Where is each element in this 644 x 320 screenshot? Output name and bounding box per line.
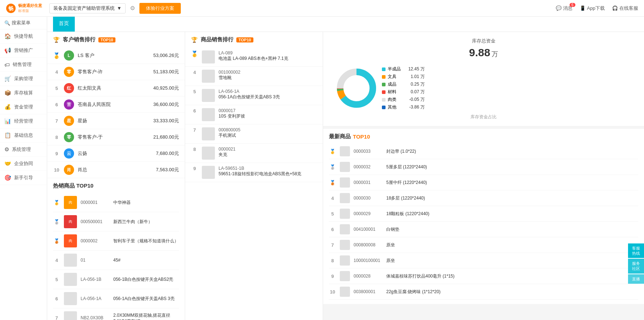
sidebar-item-system[interactable]: ⚙ 系统管理 (0, 143, 47, 157)
table-row: 5 红 红太阳文具 40,925.00元 (47, 80, 185, 97)
rank-number: 7 (53, 315, 60, 320)
rank-number: 6 (53, 296, 60, 301)
product-image (64, 292, 77, 305)
list-item: 🥉 肉 0000002 智利车子里（规格不知道填什么） (53, 231, 179, 251)
customer-name: 红太阳文具 (78, 85, 150, 91)
settings-icon[interactable]: ⚙ (130, 5, 135, 12)
avatar: 肖 (64, 165, 74, 175)
chart-legend: 半成品 12.45 万 文具 1.01 万 成品 0 (382, 66, 425, 110)
new-products-title: 最新商品 TOP10 (329, 133, 638, 140)
product-code: 0000021 (219, 147, 317, 152)
rank-number: 7 (329, 242, 336, 248)
sidebar-item-home[interactable]: 🏠 快捷导航 (0, 29, 47, 44)
product-image (340, 240, 350, 250)
product-name: 22g鱼豆腐·烧烤味 (1*12*20) (386, 289, 638, 295)
legend-color (382, 75, 386, 79)
legend-label: 材料 (388, 89, 396, 95)
search-label: 搜索菜单 (12, 20, 30, 26)
product-name: 59651-1B旋转投影灯电池盒ABS黑色+58克 (219, 171, 317, 177)
sidebar-item-sales[interactable]: 🏷 销售管理 (0, 58, 47, 72)
product-top10-badge: TOP10 (236, 37, 253, 42)
sidebar-item-label-9: 企业协同 (14, 160, 33, 167)
product-info: 0000021 夹克 (219, 147, 317, 158)
app-download-item[interactable]: 📱 App下载 (580, 5, 605, 12)
customer-amount: 7,563.00元 (156, 167, 179, 173)
main-content: 首页 🏆 客户销售排行 TOP10 🥇 L LS 客户 53,006.26元 (47, 17, 644, 320)
product-name: 10S 变利罗彼 (219, 113, 317, 119)
product-code: 0000028 (354, 274, 383, 279)
system-selector[interactable]: 装备及固定资产辅助管理系统 ▼ (49, 3, 126, 13)
svg-text:畅: 畅 (8, 5, 13, 11)
message-item[interactable]: 💬 消息 6 (556, 5, 572, 12)
product-ranking-title: 🏆 商品销售排行 TOP10 (185, 32, 323, 48)
service-community-button[interactable]: 服务社区 (628, 259, 644, 274)
sidebar-item-inventory[interactable]: 📦 库存核算 (0, 86, 47, 100)
sidebar-item-label-2: 销售管理 (13, 61, 32, 68)
chevron-down-icon: ▼ (117, 5, 122, 11)
legend-item: 半成品 12.45 万 (382, 66, 425, 72)
rank-number: 6 (329, 227, 336, 232)
product-info: LA-089 电池盖 LA-089 ABS本色+黑种 7.1克 (219, 50, 317, 62)
product-image: 肉 (64, 196, 77, 209)
product-code: 003800001 (354, 289, 383, 294)
rank-number: 4 (329, 196, 336, 201)
product-code: 0000032 (354, 164, 383, 169)
list-item: 🥇 LA-089 电池盖 LA-089 ABS本色+黑种 7.1克 (185, 48, 323, 67)
product-name: 45# (113, 258, 179, 263)
product-code: 004100001 (354, 227, 383, 232)
trial-button[interactable]: 体验行业方案 (139, 3, 181, 14)
customer-hotline-button[interactable]: 客服热线 (628, 243, 644, 258)
hot-products-section: 热销商品 TOP10 🥇 肉 0000001 中华神器 🥈 肉 (47, 178, 185, 320)
headset-icon: 🎧 (612, 5, 618, 11)
customer-amount: 36,600.00元 (153, 101, 179, 108)
list-item: 6 LA-056-1A 056-1A白色按键开关盖ABS 3壳 (53, 289, 179, 308)
product-image (340, 287, 350, 297)
product-image (202, 89, 215, 102)
table-row: 6 苦 苍南县人民医院 36,600.00元 (47, 97, 185, 113)
legend-item: 其他 -3.86 万 (382, 104, 425, 110)
sidebar-item-operations[interactable]: 📊 经营管理 (0, 114, 47, 128)
avatar: 红 (64, 83, 74, 93)
sidebar-search[interactable]: 🔍 搜索菜单 (0, 17, 47, 29)
tab-home[interactable]: 首页 (53, 17, 75, 32)
legend-value: 1.01 万 (403, 74, 425, 80)
list-item: 🥈 0000032 5厘多层 (1220*2440) (329, 159, 638, 175)
sidebar-item-guide[interactable]: 🎯 新手引导 (0, 171, 47, 185)
customer-name: 苍南县人民医院 (78, 101, 150, 108)
product-trophy-icon: 🏆 (191, 37, 198, 43)
sidebar-item-finance[interactable]: 💰 资金管理 (0, 100, 47, 114)
live-button[interactable]: 直播 (628, 274, 644, 284)
header-right: 💬 消息 6 📱 App下载 🎧 在线客服 (556, 5, 638, 12)
sidebar-item-marketing[interactable]: 📢 营销推广 (0, 44, 47, 58)
system-icon: ⚙ (4, 146, 9, 153)
rank-number: 🥉 (53, 238, 60, 244)
legend-value: 12.45 万 (403, 66, 425, 72)
customer-top10-badge: TOP10 (98, 37, 115, 42)
legend-color (382, 90, 386, 94)
content-area: 🏆 客户销售排行 TOP10 🥇 L LS 客户 53,006.26元 4 零 … (47, 32, 644, 320)
sidebar-item-enterprise[interactable]: 🤝 企业协同 (0, 157, 47, 171)
list-item: 5 LA-056-1B 056-1B白色按键开关盒ABS2壳 (53, 270, 179, 289)
list-item: 6 004100001 白钢垫 (329, 222, 638, 237)
legend-label: 其他 (388, 104, 396, 110)
customer-name: 肖总 (78, 167, 152, 173)
table-row: 🥇 L LS 客户 53,006.26元 (47, 48, 185, 64)
float-service: 客服热线 服务社区 直播 (628, 243, 644, 284)
rank-icon: 🥉 (329, 180, 336, 185)
sidebar-item-purchase[interactable]: 🛒 采购管理 (0, 72, 47, 86)
logo-icon: 畅 (6, 3, 16, 13)
sidebar-item-basic-info[interactable]: 📋 基础信息 (0, 128, 47, 143)
product-name: 白钢垫 (386, 226, 638, 233)
table-row: 4 零 零售客户-许 51,183.00元 (47, 64, 185, 80)
top-header: 畅 畅捷通好生意 标准版 装备及固定资产辅助管理系统 ▼ ⚙ 体验行业方案 💬 … (0, 0, 644, 17)
rank-number: 10 (329, 289, 336, 295)
online-service-item[interactable]: 🎧 在线客服 (612, 5, 638, 12)
product-code: 000800005 (219, 127, 317, 132)
product-image (340, 209, 350, 219)
product-image (64, 254, 77, 267)
list-item: 7 000800005 手机测试 (185, 124, 323, 144)
product-name: 2.0X30MM双搓花轴,搓花直径2.1MM/ROHS (113, 312, 179, 320)
legend-value: -0.05 万 (403, 97, 425, 103)
legend-label: 成品 (388, 81, 396, 87)
rank-number: 5 (191, 89, 198, 94)
